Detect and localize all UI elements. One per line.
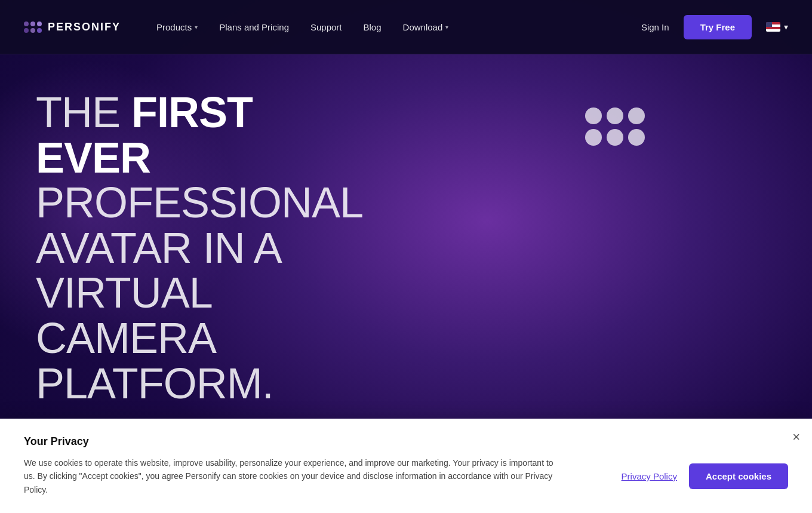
- watermark-dot-grid: [585, 107, 645, 146]
- watermark-dot-3: [628, 107, 645, 124]
- logo-dot-5: [30, 28, 35, 33]
- privacy-title: Your Privacy: [24, 435, 788, 448]
- logo-dot-3: [37, 21, 42, 26]
- language-selector[interactable]: ▾: [766, 22, 788, 32]
- nav-download[interactable]: Download ▾: [403, 22, 449, 32]
- watermark-dot-2: [607, 107, 623, 124]
- privacy-banner: × Your Privacy We use cookies to operate…: [0, 419, 812, 513]
- logo-dot-1: [24, 21, 29, 26]
- privacy-actions: Privacy Policy Accept cookies: [622, 463, 788, 489]
- watermark-dot-5: [607, 129, 623, 146]
- watermark-dot-1: [585, 107, 602, 124]
- download-chevron-icon: ▾: [445, 24, 448, 30]
- lang-chevron-icon: ▾: [784, 22, 788, 32]
- logo-dots: [24, 21, 42, 33]
- logo-dot-4: [24, 28, 29, 33]
- nav-support[interactable]: Support: [310, 22, 342, 32]
- watermark-dot-6: [628, 129, 645, 146]
- nav-products[interactable]: Products ▾: [156, 22, 198, 32]
- close-privacy-button[interactable]: ×: [792, 431, 800, 444]
- logo-text: PERSONIFY: [48, 21, 121, 33]
- logo-dot-6: [37, 28, 42, 33]
- nav-plans[interactable]: Plans and Pricing: [219, 22, 289, 32]
- logo-icon: [24, 21, 42, 33]
- sign-in-link[interactable]: Sign In: [641, 22, 669, 32]
- privacy-policy-link[interactable]: Privacy Policy: [622, 471, 677, 481]
- privacy-body: We use cookies to operate this website, …: [24, 456, 561, 496]
- logo-dot-2: [30, 21, 35, 26]
- accept-cookies-button[interactable]: Accept cookies: [689, 463, 788, 489]
- watermark-dot-4: [585, 129, 602, 146]
- hero-headline: THE FIRST EVER PROFESSIONAL AVATAR IN A …: [36, 90, 346, 406]
- products-chevron-icon: ▾: [195, 24, 198, 30]
- nav-blog[interactable]: Blog: [364, 22, 382, 32]
- nav-links: Products ▾ Plans and Pricing Support Blo…: [156, 22, 641, 32]
- us-flag-icon: [766, 22, 780, 32]
- headline-bold: FIRST EVER: [36, 88, 253, 182]
- hero-logo-watermark: [585, 107, 645, 146]
- logo[interactable]: PERSONIFY: [24, 21, 121, 33]
- try-free-button[interactable]: Try Free: [684, 15, 752, 39]
- navbar: PERSONIFY Products ▾ Plans and Pricing S…: [0, 0, 812, 54]
- nav-right: Sign In Try Free ▾: [641, 15, 788, 39]
